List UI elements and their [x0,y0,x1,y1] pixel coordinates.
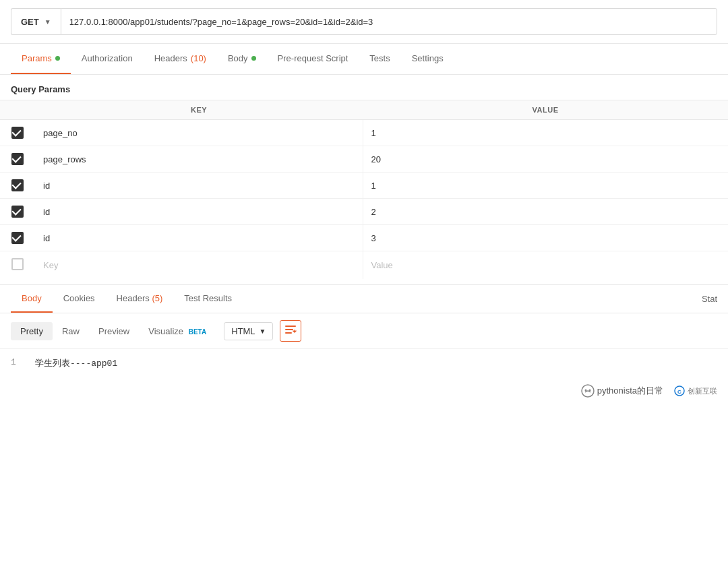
row-checkbox-cell[interactable] [0,146,35,173]
svg-point-4 [584,390,586,392]
table-row: page_rows 20 [0,146,728,173]
row-value-cell[interactable]: 2 [363,199,728,225]
method-label: GET [21,17,39,27]
tab-body[interactable]: Body [217,44,267,74]
watermark-logo-label: 创新互联 [688,386,717,396]
tab-authorization-label: Authorization [82,53,133,63]
tab-authorization[interactable]: Authorization [71,44,144,74]
watermark-chuangxin: C 创新互联 [674,385,717,396]
request-tabs-bar: Params Authorization Headers (10) Body P… [0,44,728,75]
row-checkbox-cell[interactable] [0,120,35,146]
response-tab-body-label: Body [22,293,42,303]
format-preview-btn[interactable]: Preview [89,322,139,340]
row-key-cell[interactable]: id [35,225,363,251]
svg-text:C: C [677,389,681,395]
format-visualize-label: Visualize [148,326,183,336]
value-col-header: VALUE [363,100,728,120]
watermark-pythonista: pythonista的日常 [581,384,663,398]
row-checkbox[interactable] [11,153,24,165]
tab-pre-request-script[interactable]: Pre-request Script [267,44,359,74]
tab-tests-label: Tests [369,53,390,63]
row-key-cell[interactable]: page_rows [35,146,363,173]
tab-tests[interactable]: Tests [359,44,400,74]
svg-rect-2 [285,332,292,334]
row-checkbox[interactable] [11,179,24,191]
response-tab-test-results-label: Test Results [184,293,232,303]
tab-body-label: Body [228,53,248,63]
table-row: page_no 1 [0,120,728,146]
tab-headers[interactable]: Headers (10) [144,44,217,74]
row-checkbox[interactable] [11,232,24,244]
response-stat-label: Stat [702,294,717,304]
row-checkbox[interactable] [11,206,24,218]
visualize-beta-badge: BETA [189,328,206,336]
tab-headers-label: Headers [154,53,187,63]
format-pretty-btn[interactable]: Pretty [11,322,53,340]
code-line-1: 1 学生列表----app01 [11,357,717,369]
tab-params[interactable]: Params [11,44,71,74]
line-number-1: 1 [11,357,22,369]
url-input[interactable] [61,8,717,35]
params-table-header-row: KEY VALUE [0,100,728,120]
svg-rect-1 [285,329,293,330]
wrap-lines-button[interactable] [280,320,301,342]
method-chevron-icon: ▼ [44,18,51,26]
empty-checkbox-cell [0,251,35,280]
svg-rect-0 [285,326,296,327]
query-params-header: Query Params [0,75,728,100]
table-row-empty: Key Value [0,251,728,280]
watermark-logo-icon: C [674,385,685,396]
response-tab-cookies-label: Cookies [63,293,95,303]
response-tab-body[interactable]: Body [11,285,53,313]
response-stat: Stat [702,286,717,312]
format-raw-btn[interactable]: Raw [53,322,89,340]
response-tab-cookies[interactable]: Cookies [53,285,106,313]
empty-value-cell[interactable]: Value [363,251,728,280]
response-headers-badge: (5) [152,293,162,303]
row-value-cell[interactable]: 1 [363,120,728,146]
format-raw-label: Raw [62,326,80,336]
body-type-chevron-icon: ▼ [260,328,266,335]
watermark-circle-icon [581,384,595,398]
code-area: 1 学生列表----app01 [0,349,728,377]
watermark-area: pythonista的日常 C 创新互联 [0,377,728,402]
tab-settings-label: Settings [412,53,444,63]
empty-checkbox[interactable] [11,258,24,270]
body-viewer-toolbar: Pretty Raw Preview Visualize BETA HTML ▼ [0,313,728,349]
query-params-title: Query Params [11,84,70,94]
params-table: KEY VALUE page_no 1 page_rows 20 id 1 [0,100,728,279]
row-value-cell[interactable]: 3 [363,225,728,251]
watermark-text-label: pythonista的日常 [597,385,663,397]
row-value-cell[interactable]: 20 [363,146,728,173]
tab-pre-request-label: Pre-request Script [278,53,348,63]
table-row: id 1 [0,173,728,199]
params-dot-icon [55,56,60,61]
headers-badge: (10) [191,53,206,63]
row-value-cell[interactable]: 1 [363,173,728,199]
row-checkbox[interactable] [11,127,24,139]
line-content-1: 学生列表----app01 [35,357,117,369]
table-row: id 2 [0,199,728,225]
url-bar: GET ▼ [0,0,728,44]
row-checkbox-cell[interactable] [0,225,35,251]
empty-key-cell[interactable]: Key [35,251,363,280]
row-key-cell[interactable]: id [35,173,363,199]
checkbox-col-header [0,100,35,120]
body-type-label: HTML [231,326,255,336]
tab-settings[interactable]: Settings [401,44,454,74]
response-tab-test-results[interactable]: Test Results [173,285,243,313]
row-checkbox-cell[interactable] [0,173,35,199]
format-visualize-btn[interactable]: Visualize BETA [139,322,216,340]
svg-point-5 [588,390,590,392]
response-tab-headers[interactable]: Headers (5) [106,285,174,313]
format-pretty-label: Pretty [20,326,43,336]
row-key-cell[interactable]: page_no [35,120,363,146]
method-select[interactable]: GET ▼ [11,8,61,35]
body-type-select[interactable]: HTML ▼ [224,322,273,340]
table-row: id 3 [0,225,728,251]
tab-params-label: Params [22,53,52,63]
format-preview-label: Preview [98,326,129,336]
row-key-cell[interactable]: id [35,199,363,225]
row-checkbox-cell[interactable] [0,199,35,225]
body-dot-icon [251,56,256,61]
